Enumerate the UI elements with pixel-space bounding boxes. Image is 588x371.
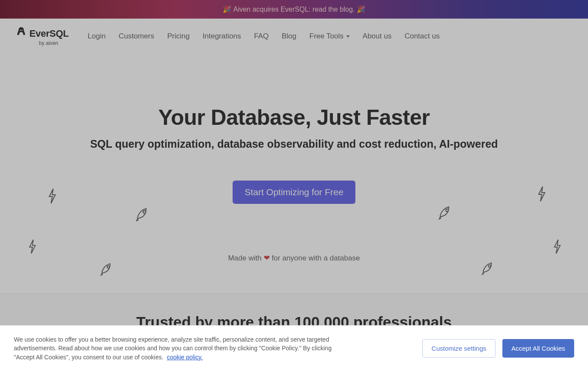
modal-scrim[interactable] [0,0,588,371]
cookie-actions: Customize settings Accept All Cookies [422,339,574,358]
cookie-policy-link[interactable]: cookie policy. [167,354,203,361]
cookie-banner: We use cookies to offer you a better bro… [0,325,588,371]
accept-all-cookies-button[interactable]: Accept All Cookies [502,339,574,358]
cookie-text: We use cookies to offer you a better bro… [14,335,351,361]
customize-settings-button[interactable]: Customize settings [422,339,495,358]
